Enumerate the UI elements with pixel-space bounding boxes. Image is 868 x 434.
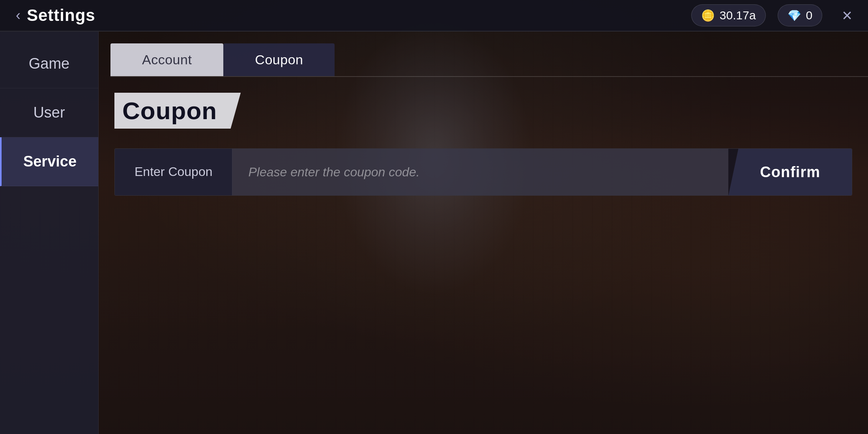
gold-value: 30.17a [720,9,756,22]
coupon-label-line2: Coupon [168,164,212,180]
header-bar: ‹ Settings 🪙 30.17a 💎 0 × [0,0,868,32]
coupon-label-line1: Enter [135,164,165,180]
back-button[interactable]: ‹ Settings [16,6,95,25]
gem-icon: 💎 [788,9,801,22]
close-button[interactable]: × [842,6,852,25]
header-right: 🪙 30.17a 💎 0 × [691,4,852,26]
coupon-input[interactable] [232,149,728,195]
content-panel: Account Coupon Coupon Enter Coupon Confi… [99,32,868,434]
back-icon: ‹ [16,8,21,22]
gem-value: 0 [806,9,813,22]
sidebar: Game User Service [0,32,99,434]
settings-panel: ‹ Settings 🪙 30.17a 💎 0 × Game User Serv… [0,0,868,434]
gold-icon: 🪙 [701,9,715,22]
tab-account[interactable]: Account [110,43,223,76]
currency2-item: 💎 0 [778,4,823,26]
currency1-item: 🪙 30.17a [691,4,766,26]
coupon-title-row: Coupon [114,93,852,129]
tab-bar: Account Coupon [99,32,868,76]
confirm-button[interactable]: Confirm [728,149,852,195]
coupon-title: Coupon [114,93,241,129]
sidebar-item-game[interactable]: Game [0,39,98,88]
sidebar-item-service[interactable]: Service [0,137,98,186]
content-body: Coupon Enter Coupon Confirm [99,77,868,434]
coupon-label: Enter Coupon [115,149,232,195]
coupon-input-row: Enter Coupon Confirm [114,148,852,196]
tab-coupon[interactable]: Coupon [223,43,335,76]
sidebar-item-user[interactable]: User [0,88,98,137]
main-content: Game User Service Account Coupon Coupon [0,32,868,434]
settings-title: Settings [27,6,95,25]
